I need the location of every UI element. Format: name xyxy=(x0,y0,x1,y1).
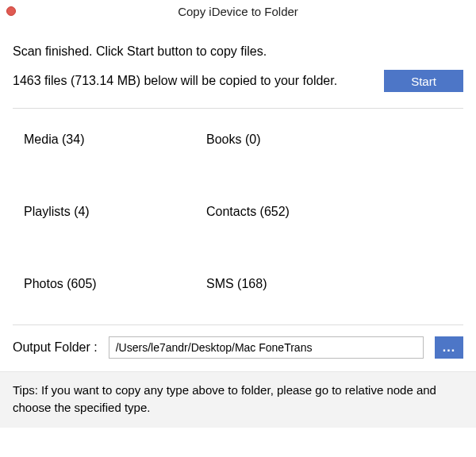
category-playlists[interactable]: Playlists (4) xyxy=(24,205,206,219)
scan-status-text: Scan finished. Click Start button to cop… xyxy=(13,44,463,59)
category-contacts[interactable]: Contacts (652) xyxy=(206,205,463,219)
category-books[interactable]: Books (0) xyxy=(206,132,463,147)
start-button[interactable]: Start xyxy=(384,70,463,92)
category-sms[interactable]: SMS (168) xyxy=(206,277,463,291)
category-photos[interactable]: Photos (605) xyxy=(24,277,206,291)
browse-button[interactable]: ... xyxy=(435,336,463,359)
close-icon[interactable] xyxy=(6,6,16,16)
file-count-text: 1463 files (713.14 MB) below will be cop… xyxy=(13,74,337,88)
status-row: 1463 files (713.14 MB) below will be cop… xyxy=(13,70,463,92)
output-folder-label: Output Folder : xyxy=(13,340,98,355)
categories-grid: Media (34) Books (0) Playlists (4) Conta… xyxy=(0,109,476,315)
output-folder-row: Output Folder : ... xyxy=(0,325,476,371)
category-media[interactable]: Media (34) xyxy=(24,132,206,147)
output-folder-input[interactable] xyxy=(109,336,424,359)
status-area: Scan finished. Click Start button to cop… xyxy=(0,22,476,98)
titlebar: Copy iDevice to Folder xyxy=(0,0,476,22)
tips-bar: Tips: If you want to copy any type above… xyxy=(0,371,476,428)
window-title: Copy iDevice to Folder xyxy=(0,5,476,18)
